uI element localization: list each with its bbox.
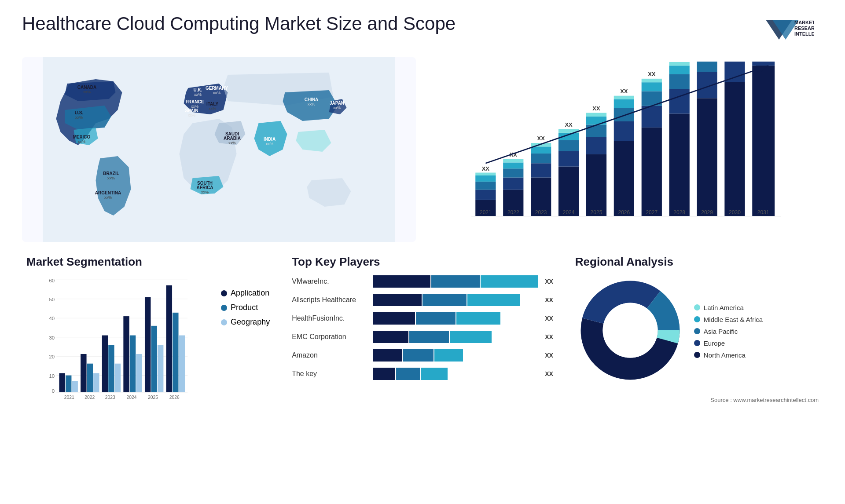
svg-text:U.K.: U.K. — [194, 88, 202, 92]
svg-rect-46 — [503, 178, 523, 190]
player-row-allscripts: Allscripts Healthcare XX — [292, 294, 553, 306]
svg-text:2027: 2027 — [646, 209, 658, 215]
svg-text:2023: 2023 — [535, 209, 547, 215]
page-title: Healthcare Cloud Computing Market Size a… — [22, 13, 456, 34]
svg-rect-130 — [93, 373, 99, 392]
svg-rect-137 — [130, 336, 136, 392]
svg-rect-80 — [642, 128, 662, 216]
svg-text:U.S.: U.S. — [75, 110, 84, 115]
svg-text:2025: 2025 — [591, 209, 603, 215]
donut-chart — [575, 275, 685, 387]
svg-text:2031: 2031 — [757, 209, 769, 215]
svg-text:20: 20 — [49, 354, 55, 359]
svg-rect-132 — [102, 336, 108, 392]
regional-legend: Latin America Middle East & Africa Asia … — [694, 304, 763, 359]
svg-text:2028: 2028 — [673, 209, 685, 215]
svg-rect-138 — [136, 354, 142, 392]
svg-rect-100 — [724, 62, 745, 82]
svg-text:xx%: xx% — [228, 141, 236, 145]
segmentation-chart: 60 50 40 30 20 10 0 — [26, 275, 212, 407]
asia-pacific-label: Asia Pacific — [704, 328, 738, 335]
page-container: Healthcare Cloud Computing Market Size a… — [0, 0, 845, 504]
svg-rect-76 — [614, 99, 634, 108]
bar-chart-svg: XX 2021 XX 2022 XX 2023 — [438, 62, 814, 224]
legend-asia-pacific: Asia Pacific — [694, 328, 763, 335]
svg-text:30: 30 — [49, 335, 55, 340]
svg-rect-103 — [752, 66, 775, 216]
svg-rect-146 — [179, 336, 185, 392]
svg-text:xx%: xx% — [107, 176, 115, 180]
svg-text:CANADA: CANADA — [77, 85, 96, 90]
svg-text:JAPAN: JAPAN — [330, 101, 344, 106]
svg-rect-129 — [87, 364, 93, 392]
regional-section: Regional Analysis — [571, 251, 823, 418]
world-map-section: CANADA xx% U.S. xx% MEXICO xx% BRAZIL xx… — [22, 57, 416, 242]
svg-rect-62 — [558, 133, 579, 140]
player-value-thekey: XX — [545, 370, 553, 377]
svg-text:FRANCE: FRANCE — [186, 99, 204, 104]
segmentation-title: Market Segmentation — [26, 255, 270, 269]
north-america-label: North America — [704, 351, 746, 359]
product-label: Product — [231, 303, 258, 312]
players-section: Top Key Players VMwareInc. XX Allscripts… — [287, 251, 558, 418]
svg-rect-59 — [558, 167, 579, 216]
svg-text:xx%: xx% — [78, 139, 85, 144]
north-america-dot — [694, 352, 700, 358]
player-row-healthfusion: HealthFusionInc. XX — [292, 312, 553, 325]
svg-rect-47 — [503, 168, 523, 177]
svg-text:40: 40 — [49, 316, 55, 321]
source-text: Source : www.marketresearchintellect.com — [710, 397, 819, 403]
svg-rect-142 — [158, 345, 163, 392]
logo-icon: MARKET RESEARCH INTELLECT — [761, 15, 814, 46]
svg-text:2026: 2026 — [169, 395, 180, 400]
svg-rect-136 — [123, 316, 129, 392]
svg-rect-83 — [642, 82, 662, 91]
svg-rect-94 — [697, 98, 717, 216]
europe-dot — [694, 340, 700, 346]
svg-rect-134 — [115, 364, 121, 392]
players-title: Top Key Players — [292, 255, 553, 269]
svg-text:XX: XX — [537, 135, 545, 142]
player-value-vmware: XX — [545, 278, 553, 285]
latin-america-label: Latin America — [704, 304, 744, 311]
player-row-thekey: The key XX — [292, 368, 553, 380]
svg-text:2021: 2021 — [64, 395, 74, 400]
svg-rect-40 — [475, 182, 496, 190]
legend-item-product: Product — [221, 303, 270, 312]
svg-text:50: 50 — [49, 297, 55, 302]
legend-middle-east: Middle East & Africa — [694, 316, 763, 323]
svg-text:xx%: xx% — [188, 113, 195, 117]
svg-rect-125 — [66, 376, 71, 392]
svg-text:xx%: xx% — [308, 102, 315, 106]
europe-label: Europe — [704, 340, 725, 347]
svg-rect-145 — [173, 313, 178, 392]
svg-rect-66 — [586, 154, 606, 216]
player-name-allscripts: Allscripts Healthcare — [292, 296, 369, 304]
svg-text:SPAIN: SPAIN — [185, 108, 198, 113]
svg-text:2023: 2023 — [105, 395, 115, 400]
player-name-thekey: The key — [292, 370, 369, 378]
svg-rect-140 — [145, 297, 151, 392]
player-row-emc: EMC Corporation XX — [292, 331, 553, 343]
svg-rect-55 — [531, 146, 551, 153]
svg-rect-69 — [586, 117, 606, 125]
svg-rect-60 — [558, 151, 579, 167]
svg-rect-81 — [642, 106, 662, 128]
svg-rect-77 — [614, 96, 634, 99]
segmentation-section: Market Segmentation 60 50 40 30 20 10 0 — [22, 251, 274, 418]
svg-rect-88 — [669, 89, 690, 114]
svg-text:2024: 2024 — [126, 395, 136, 400]
svg-text:AFRICA: AFRICA — [197, 185, 213, 190]
svg-rect-68 — [586, 124, 606, 137]
svg-rect-91 — [669, 62, 690, 66]
svg-text:xx%: xx% — [83, 90, 91, 94]
legend-item-geography: Geography — [221, 318, 270, 327]
svg-rect-89 — [669, 74, 690, 89]
svg-text:XX: XX — [620, 88, 628, 95]
legend-latin-america: Latin America — [694, 304, 763, 311]
player-name-emc: EMC Corporation — [292, 333, 369, 341]
svg-rect-84 — [642, 79, 662, 82]
svg-text:xx%: xx% — [75, 115, 83, 120]
svg-rect-104 — [752, 62, 775, 66]
svg-text:2021: 2021 — [480, 209, 492, 215]
